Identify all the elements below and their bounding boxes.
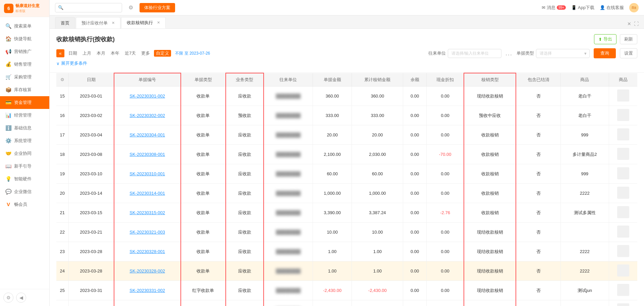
tab-writeoff-label: 收款核销执行 [127,20,153,26]
tab-receivable-close[interactable]: ✕ [112,21,115,25]
doc-type-label: 单据类型 [517,50,534,56]
cell-date: 2023-03-01 [68,86,114,106]
messages-action[interactable]: ✉ 消息 99+ [542,5,566,11]
sidebar-item-sales[interactable]: 💰 销售管理 [0,58,49,71]
cell-amount: 1,000.00 [313,184,352,203]
page-title: 收款核销执行(按收款) [56,35,115,43]
cell-cancel-type: 预收款核销 [464,300,516,306]
filter-expand-btn[interactable]: ∨ 展开更多条件 [56,58,637,68]
filter-settings-button[interactable]: 设置 [620,48,637,58]
cell-cancel-type: 现结收款核销 [464,223,516,242]
doc-no-link[interactable]: SK-20230302-002 [129,113,165,118]
sidebar-item-member[interactable]: V 畅会员 [0,198,49,211]
sidebar-item-purchase[interactable]: 🛒 采购管理 [0,71,49,83]
cell-product-img [609,164,637,184]
tab-receivable[interactable]: 预计应收付单 ✕ [76,17,120,28]
maximize-btn[interactable]: ⛶ [634,21,639,26]
solution-button[interactable]: 体验行业方案 [140,3,175,12]
cell-amount: 1.00 [313,261,352,281]
date-option-custom[interactable]: 自定义 [154,50,171,57]
cell-balance: 0.00 [403,281,426,300]
tab-writeoff-close[interactable]: ✕ [157,20,160,25]
close-all-tabs-btn[interactable]: ✕ [627,21,631,26]
sidebar-bottom: ⚙ ◀ [0,289,49,306]
app-download-action[interactable]: 📱 App下载 [571,5,594,11]
online-service-action[interactable]: 👤 在线客服 [600,5,624,11]
tab-home[interactable]: 首页 [55,17,75,28]
cell-date: 2023-03-10 [68,164,114,184]
phone-icon: 📱 [571,5,577,10]
date-option-7days[interactable]: 近7天 [123,50,137,57]
doc-no-link[interactable]: SK-20230321-003 [129,230,165,235]
sidebar-item-basic[interactable]: ℹ️ 基础信息 [0,122,49,134]
doc-no-link[interactable]: SK-20230331-002 [129,288,165,293]
th-cancel-type: 核销类型 [464,73,516,86]
settings-gear-btn[interactable]: ⚙ [126,3,136,12]
doc-no-link[interactable]: SK-20230328-002 [129,268,165,273]
cell-balance: 0.00 [403,223,426,242]
sidebar-item-wechat[interactable]: 💬 企业微信 [0,185,49,198]
collapse-sidebar-btn[interactable]: ◀ [16,293,26,303]
doc-type-select[interactable]: 请选择 [536,49,590,58]
cell-unit: ████████ [264,106,313,125]
export-button[interactable]: ⬆ 导出 [594,34,616,44]
cell-unit: ████████ [264,242,313,261]
th-unit: 往来单位 [264,73,313,86]
cell-cash-discount: -70.00 [426,145,464,164]
cell-product-img [609,281,637,300]
filter-row-1: « 日期 上月 本月 本年 近7天 更多 自定义 不限 至 2023-07-26… [56,48,637,58]
date-option-lastmonth[interactable]: 上月 [81,50,93,57]
cell-product [560,223,609,242]
cell-doc-type: 收款单 [181,164,226,184]
sidebar-item-hardware[interactable]: 💡 智能硬件 [0,173,49,185]
sidebar-nav: 🔍 搜索菜单 🏠 快捷导航 📢 营销推广 💰 销售管理 🛒 采购管理 📦 库存核… [0,17,49,289]
doc-no-link[interactable]: SK-20230310-001 [129,171,165,176]
sidebar-item-search[interactable]: 🔍 搜索菜单 [0,20,49,33]
cell-cancel-type: 收款核销 [464,203,516,223]
tab-bar-actions: ✕ ⛶ [627,21,639,28]
unit-placeholder: 请选择/输入往来单位 [451,51,489,56]
date-filter-label: 日期 [68,50,77,56]
sidebar-item-marketing[interactable]: 📢 营销推广 [0,45,49,58]
cell-unit: ████████ [264,281,313,300]
cell-product-img [609,86,637,106]
sidebar-item-guide[interactable]: 📖 新手引导 [0,160,49,173]
enterprise-icon: 🤝 [5,150,11,157]
doc-no-link[interactable]: SK-20230328-001 [129,249,165,254]
sidebar-item-inventory[interactable]: 📦 库存核算 [0,83,49,96]
cell-unit: ████████ [264,203,313,223]
top-search-box[interactable]: 🔍 [55,3,122,12]
date-option-thisyear[interactable]: 本年 [109,50,121,57]
cell-doc-type: 收款单 [181,106,226,125]
column-settings-icon[interactable]: ⚙ [60,77,64,82]
sidebar-item-system[interactable]: ⚙️ 系统管理 [0,134,49,147]
doc-no-link[interactable]: SK-20230314-001 [129,191,165,196]
cell-biz-type: 预收款 [226,300,264,306]
doc-no-link[interactable]: SK-20230304-001 [129,132,165,137]
sidebar-item-operations[interactable]: 📊 经营管理 [0,109,49,122]
home-icon: 🏠 [5,36,11,42]
date-option-thismonth[interactable]: 本月 [95,50,107,57]
query-button[interactable]: 查询 [594,48,616,58]
sidebar-item-finance[interactable]: 💳 资金管理 [0,96,49,109]
th-date: 日期 [68,73,114,86]
refresh-button[interactable]: 刷新 [620,34,637,44]
sidebar-item-enterprise[interactable]: 🤝 企业协同 [0,147,49,160]
doc-no-link[interactable]: SK-20230308-001 [129,152,165,157]
doc-no-link[interactable]: SK-20230315-002 [129,210,165,215]
sidebar-item-quicknav[interactable]: 🏠 快捷导航 [0,33,49,45]
filter-collapse-btn[interactable]: « [56,49,64,57]
date-option-more[interactable]: 更多 [140,50,151,57]
cell-doc-type: 收款单 [181,184,226,203]
tab-writeoff[interactable]: 收款核销执行 ✕ [121,17,166,28]
doc-no-link[interactable]: SK-20230301-002 [129,94,165,99]
cell-doc-no: SK-20230302-002 [114,106,181,125]
cell-amount: 360.00 [313,86,352,106]
cell-biz-type: 应收款 [226,86,264,106]
cell-include-cleared: 否 [516,223,560,242]
user-avatar[interactable]: Rit [629,3,639,12]
logo-icon: 6 [4,4,13,13]
cell-product: 2222 [560,261,609,281]
unit-filter-input[interactable]: 请选择/输入往来单位 [448,49,501,58]
settings-bottom-btn[interactable]: ⚙ [3,293,13,303]
